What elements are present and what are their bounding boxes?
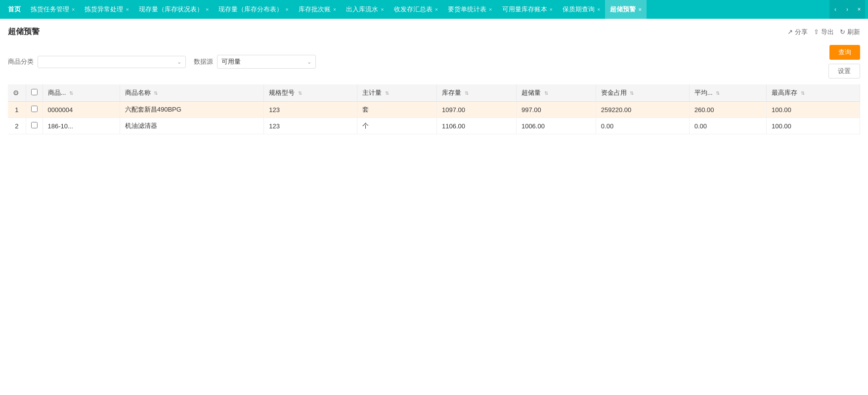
th-avg-sort-icon: ⇅ xyxy=(716,90,720,96)
th-spec[interactable]: 规格型号 ⇅ xyxy=(264,84,357,102)
datasource-arrow-icon: ⌄ xyxy=(307,59,311,65)
th-spec-sort-icon: ⇅ xyxy=(298,90,302,96)
refresh-icon: ↻ xyxy=(840,28,845,36)
row-num-1: 2 xyxy=(8,118,26,134)
th-overstock-sort-icon: ⇅ xyxy=(544,90,548,96)
nav-tab-batch[interactable]: 库存批次账× xyxy=(294,0,341,19)
export-icon: ⇧ xyxy=(814,28,819,36)
close-tab-order-stat[interactable]: × xyxy=(489,6,492,12)
th-product-name[interactable]: 商品名称 ⇅ xyxy=(120,84,263,102)
datasource-select[interactable]: 可用量 ⌄ xyxy=(217,55,316,69)
select-all-checkbox[interactable] xyxy=(31,89,38,95)
gear-icon[interactable]: ⚙ xyxy=(13,89,19,97)
th-capital-sort-icon: ⇅ xyxy=(630,90,634,96)
th-max-stock-label: 最高库存 xyxy=(772,89,797,96)
row-product-name-0: 六配套新昌490BPG xyxy=(120,102,263,118)
th-max-stock-sort-icon: ⇅ xyxy=(801,90,805,96)
settings-button[interactable]: 设置 xyxy=(828,64,860,79)
row-avg-1: 0.00 xyxy=(689,118,766,134)
nav-right-arrow[interactable]: › xyxy=(841,0,853,19)
nav-tab-overstock[interactable]: 超储预警× xyxy=(605,0,646,19)
row-check-1[interactable] xyxy=(31,122,38,128)
nav-tab-home[interactable]: 首页 xyxy=(3,0,26,19)
nav-left-arrow[interactable]: ‹ xyxy=(829,0,841,19)
top-nav: 首页拣货任务管理×拣货异常处理×现存量（库存状况表）×现存量（库存分布表）×库存… xyxy=(0,0,868,19)
th-max-stock[interactable]: 最高库存 ⇅ xyxy=(767,84,860,102)
row-checkbox-0[interactable] xyxy=(26,102,43,118)
row-product-name-1: 机油滤清器 xyxy=(120,118,263,134)
row-capital-0: 259220.00 xyxy=(596,102,689,118)
header-actions: ↗ 分享 ⇧ 导出 ↻ 刷新 xyxy=(787,28,860,37)
th-product-code[interactable]: 商品... ⇅ xyxy=(43,84,120,102)
nav-tab-inventory-status[interactable]: 现存量（库存状况表）× xyxy=(134,0,214,19)
row-max-stock-1: 100.00 xyxy=(767,118,860,134)
nav-tab-task[interactable]: 拣货任务管理× xyxy=(26,0,80,19)
th-avg-label: 平均... xyxy=(694,89,713,96)
th-gear[interactable]: ⚙ xyxy=(8,84,26,102)
nav-close-arrow[interactable]: × xyxy=(853,0,865,19)
close-tab-abnormal[interactable]: × xyxy=(126,6,129,12)
close-tab-inventory-status[interactable]: × xyxy=(206,6,209,12)
row-stock-0: 1097.00 xyxy=(437,102,517,118)
close-tab-overstock[interactable]: × xyxy=(638,6,641,12)
nav-tab-available[interactable]: 可用量库存账本× xyxy=(497,0,558,19)
nav-tab-abnormal[interactable]: 拣货异常处理× xyxy=(80,0,133,19)
nav-tab-quality[interactable]: 保质期查询× xyxy=(558,0,605,19)
th-avg[interactable]: 平均... ⇅ xyxy=(689,84,766,102)
row-checkbox-1[interactable] xyxy=(26,118,43,134)
query-button[interactable]: 查询 xyxy=(829,45,860,60)
share-button[interactable]: ↗ 分享 xyxy=(787,28,808,37)
row-overstock-0: 997.00 xyxy=(516,102,596,118)
row-overstock-1: 1006.00 xyxy=(516,118,596,134)
row-product-code-1: 186-10... xyxy=(43,118,120,134)
category-value xyxy=(42,58,44,66)
datasource-label: 数据源 xyxy=(194,57,213,66)
th-unit[interactable]: 主计量 ⇅ xyxy=(357,84,437,102)
row-unit-0: 套 xyxy=(357,102,437,118)
th-checkbox[interactable] xyxy=(26,84,43,102)
th-stock[interactable]: 库存量 ⇅ xyxy=(437,84,517,102)
th-overstock[interactable]: 超储量 ⇅ xyxy=(516,84,596,102)
category-select[interactable]: ⌄ xyxy=(38,56,186,68)
table-row: 2 186-10... 机油滤清器 123 个 1106.00 1006.00 … xyxy=(8,118,860,134)
nav-tab-inventory-dist[interactable]: 现存量（库存分布表）× xyxy=(214,0,293,19)
table-header-row: ⚙ 商品... ⇅ 商品名称 ⇅ 规格型号 ⇅ 主计量 xyxy=(8,84,860,102)
datasource-value: 可用量 xyxy=(221,57,241,66)
close-tab-collect[interactable]: × xyxy=(435,6,438,12)
close-tab-inventory-dist[interactable]: × xyxy=(285,6,288,12)
data-table: ⚙ 商品... ⇅ 商品名称 ⇅ 规格型号 ⇅ 主计量 xyxy=(8,84,860,134)
close-tab-quality[interactable]: × xyxy=(597,6,600,12)
close-tab-flow[interactable]: × xyxy=(381,6,384,12)
datasource-filter: 数据源 可用量 ⌄ xyxy=(194,55,316,69)
row-spec-0: 123 xyxy=(264,102,357,118)
th-spec-label: 规格型号 xyxy=(269,89,295,96)
category-filter: 商品分类 ⌄ xyxy=(8,56,186,68)
th-product-code-sort-icon: ⇅ xyxy=(69,90,73,96)
row-max-stock-0: 100.00 xyxy=(767,102,860,118)
nav-tab-order-stat[interactable]: 要货单统计表× xyxy=(443,0,497,19)
category-arrow-icon: ⌄ xyxy=(177,59,181,65)
nav-tab-collect[interactable]: 收发存汇总表× xyxy=(389,0,443,19)
refresh-button[interactable]: ↻ 刷新 xyxy=(840,28,860,37)
th-unit-label: 主计量 xyxy=(362,89,382,96)
th-stock-sort-icon: ⇅ xyxy=(465,90,469,96)
close-tab-batch[interactable]: × xyxy=(333,6,336,12)
filter-row: 商品分类 ⌄ 数据源 可用量 ⌄ 查询 设置 xyxy=(8,45,860,79)
row-spec-1: 123 xyxy=(264,118,357,134)
page-container: 超储预警 ↗ 分享 ⇧ 导出 ↻ 刷新 商品分类 ⌄ 数据源 xyxy=(0,19,868,395)
export-button[interactable]: ⇧ 导出 xyxy=(814,28,834,37)
row-check-0[interactable] xyxy=(31,106,38,112)
th-capital[interactable]: 资金占用 ⇅ xyxy=(596,84,689,102)
th-stock-label: 库存量 xyxy=(442,89,461,96)
close-tab-task[interactable]: × xyxy=(72,6,75,12)
th-product-code-label: 商品... xyxy=(48,89,66,96)
close-tab-available[interactable]: × xyxy=(550,6,553,12)
th-product-name-sort-icon: ⇅ xyxy=(154,90,158,96)
category-label: 商品分类 xyxy=(8,57,34,66)
row-avg-0: 260.00 xyxy=(689,102,766,118)
th-overstock-label: 超储量 xyxy=(521,89,541,96)
page-title: 超储预警 xyxy=(8,27,40,37)
nav-tab-flow[interactable]: 出入库流水× xyxy=(341,0,389,19)
row-unit-1: 个 xyxy=(357,118,437,134)
th-unit-sort-icon: ⇅ xyxy=(385,90,389,96)
